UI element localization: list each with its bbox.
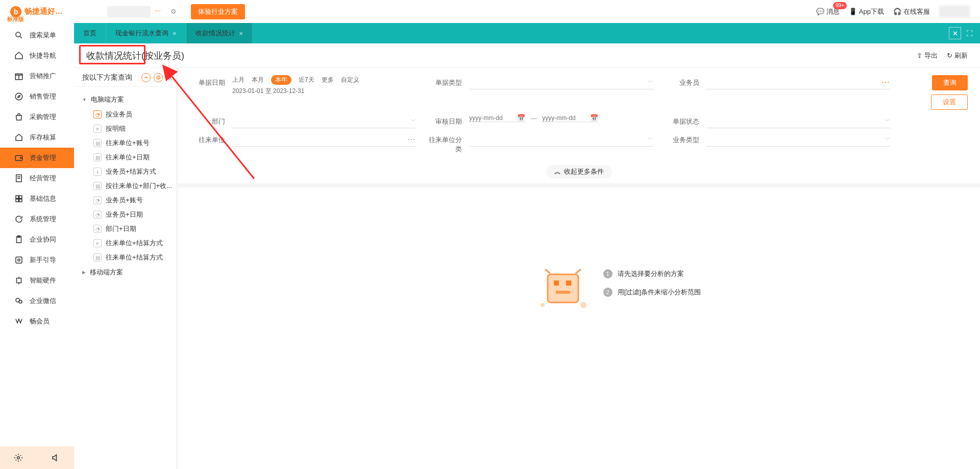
support-label: 在线客服 — [903, 7, 930, 16]
tab-cashflow[interactable]: 现金银行流水查询× — [106, 23, 186, 43]
sidebar-item-sales[interactable]: 销售管理 — [0, 86, 74, 107]
field-doc-date: 单据日期 上月 本月 本年 近7天 更多 自定义 2023-01-01 至 20… — [190, 75, 416, 96]
svg-line-30 — [576, 269, 581, 273]
biz-type-select[interactable]: ﹀ — [706, 132, 890, 147]
tip-text: 请先选择要分析的方案 — [618, 269, 684, 278]
chip-icon — [14, 276, 23, 285]
filter-panel: 单据日期 上月 本月 本年 近7天 更多 自定义 2023-01-01 至 20… — [178, 68, 980, 164]
sidebar-item-member[interactable]: 畅会员 — [0, 311, 74, 332]
sidebar-item-wecom[interactable]: 企业微信 — [0, 291, 74, 311]
sidebar-item-guide[interactable]: 新手引导 — [0, 250, 74, 270]
tree-item[interactable]: ⫾业务员+结算方式 — [93, 165, 176, 179]
partner-cat-select[interactable]: ﹀ — [469, 132, 653, 147]
support-link[interactable]: 🎧 在线客服 — [893, 7, 930, 16]
sidebar-item-inventory[interactable]: 库存核算 — [0, 127, 74, 148]
tree-group-mobile[interactable]: ▶移动端方案 — [82, 265, 176, 280]
svg-rect-27 — [566, 280, 571, 286]
add-scheme-button[interactable]: + — [141, 73, 151, 82]
partner-select[interactable]: ⋯ — [232, 132, 416, 147]
collapse-label: 收起更多条件 — [564, 167, 604, 176]
field-label: 业务员 — [665, 75, 699, 87]
close-icon[interactable]: × — [173, 30, 177, 37]
header-actions: ⇪导出 ↻刷新 — [917, 51, 968, 60]
tab-receipt-stats[interactable]: 收款情况统计× — [186, 23, 253, 43]
tree-item[interactable]: ◔部门+日期 — [93, 222, 176, 236]
sidebar-item-basic[interactable]: 基础信息 — [0, 189, 74, 209]
left-sidebar: 搜索菜单 快捷导航 营销推广 销售管理 采购管理 库存核算 资金管理 经营管理 … — [0, 23, 74, 469]
date-input[interactable] — [469, 114, 510, 122]
refresh-button[interactable]: ↻刷新 — [947, 51, 968, 60]
range-tab-7days[interactable]: 近7天 — [299, 76, 314, 84]
tree-item[interactable]: ▤往来单位+日期 — [93, 150, 176, 165]
sidebar-item-search[interactable]: 搜索菜单 — [0, 25, 74, 45]
bars-icon: ≡ — [93, 239, 102, 247]
messages-link[interactable]: 💬 消息 99+ — [816, 7, 840, 16]
svg-rect-10 — [16, 196, 18, 198]
sidebar-item-collab[interactable]: 企业协同 — [0, 229, 74, 250]
range-tab-more[interactable]: 更多 — [322, 76, 334, 84]
tree-item[interactable]: ◔业务员+账号 — [93, 193, 176, 207]
tab-home[interactable]: 首页 — [74, 23, 106, 43]
fullscreen-icon[interactable]: ⛶ — [966, 30, 973, 37]
doc-type-select[interactable]: ﹀ — [469, 75, 653, 89]
tree-item-label: 往来单位+账号 — [106, 138, 150, 148]
gear-icon[interactable]: ⚙ — [170, 8, 177, 15]
field-dept: 部门 ﹀ — [190, 114, 416, 128]
sidebar-item-system[interactable]: 系统管理 — [0, 209, 74, 229]
tree-item[interactable]: ▤往来单位+结算方式 — [93, 250, 176, 265]
doc-status-select[interactable]: ﹀ — [706, 114, 890, 128]
tree-item[interactable]: ≡按明细 — [93, 122, 176, 136]
collapse-conditions-button[interactable]: ︽ 收起更多条件 — [546, 165, 612, 178]
audit-date-from[interactable]: 📅 — [469, 114, 525, 122]
experience-button[interactable]: 体验行业方案 — [191, 4, 245, 19]
date-range-display: 2023-01-01 至 2023-12-31 — [232, 87, 416, 96]
sidebar-item-marketing[interactable]: 营销推广 — [0, 66, 74, 86]
scheme-settings-button[interactable]: ⚙ — [154, 73, 163, 82]
close-icon[interactable]: × — [239, 30, 243, 37]
app-download-link[interactable]: 📱 App下载 — [849, 7, 884, 16]
sidebar-item-hardware[interactable]: 智能硬件 — [0, 270, 74, 291]
chevron-down-icon: ﹀ — [885, 135, 890, 143]
sidebar-item-purchase[interactable]: 采购管理 — [0, 107, 74, 127]
collapse-panel-icon[interactable]: « — [168, 74, 172, 82]
range-tab-custom[interactable]: 自定义 — [341, 76, 359, 84]
date-input[interactable] — [542, 114, 583, 122]
chevron-down-icon: ﹀ — [155, 7, 161, 16]
range-tab-thisyear[interactable]: 本年 — [271, 75, 291, 85]
tree-item[interactable]: ▤按往来单位+部门+收... — [93, 179, 176, 193]
range-tab-lastmonth[interactable]: 上月 — [232, 76, 244, 84]
setting-button[interactable]: 设置 — [931, 95, 968, 110]
org-selector[interactable]: ﹀ ⚙ 体验行业方案 — [107, 4, 245, 19]
chevron-down-icon: ﹀ — [885, 117, 890, 125]
tree-item-label: 按业务员 — [106, 110, 132, 119]
export-button[interactable]: ⇪导出 — [917, 51, 938, 60]
tree-group-desktop[interactable]: ▼电脑端方案 — [82, 92, 176, 107]
user-avatar[interactable] — [939, 6, 970, 18]
range-tab-thismonth[interactable]: 本月 — [252, 76, 264, 84]
query-button[interactable]: 查询 — [932, 75, 968, 90]
sidebar-item-business[interactable]: 经营管理 — [0, 168, 74, 189]
download-label: App下载 — [859, 7, 884, 16]
tree-item[interactable]: ≡往来单位+结算方式 — [93, 236, 176, 250]
tree-item[interactable]: ◔按业务员 — [93, 107, 176, 122]
sidebar-item-funds[interactable]: 资金管理 — [0, 148, 74, 168]
export-label: 导出 — [924, 51, 938, 60]
tree-item[interactable]: ◔业务员+日期 — [93, 207, 176, 222]
sidebar-item-label: 销售管理 — [30, 92, 56, 101]
sidebar-item-label: 采购管理 — [30, 112, 56, 122]
sound-icon[interactable] — [51, 453, 60, 462]
svg-point-4 — [15, 93, 22, 100]
audit-date-to[interactable]: 📅 — [542, 114, 598, 122]
gear-icon[interactable] — [14, 453, 23, 462]
step-number-icon: 2 — [603, 288, 612, 297]
tree-item[interactable]: ▤往来单位+账号 — [93, 136, 176, 150]
more-icon: ⋯ — [881, 77, 890, 87]
svg-point-31 — [541, 303, 545, 307]
dept-select[interactable]: ﹀ — [232, 114, 416, 128]
clock-icon: ◔ — [93, 210, 102, 219]
salesman-select[interactable]: ⋯ — [706, 75, 890, 89]
close-all-tabs-button[interactable]: ✕ — [949, 27, 961, 39]
sidebar-item-home[interactable]: 快捷导航 — [0, 45, 74, 66]
sidebar-item-label: 营销推广 — [30, 72, 56, 81]
main-area: 按以下方案查询 + ⚙ « ▼电脑端方案 ◔按业务员 ≡按明细 ▤往来单位+账号… — [74, 68, 980, 469]
